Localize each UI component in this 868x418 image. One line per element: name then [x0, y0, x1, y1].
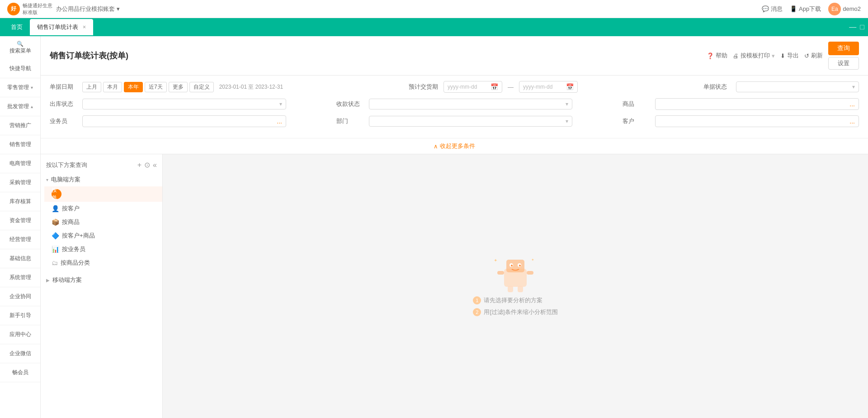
customer-ellipsis-icon[interactable]: ...: [849, 118, 855, 125]
by-customer-goods-icon: 🔷: [52, 232, 59, 239]
sidebar-item-sales[interactable]: 销售管理: [0, 135, 40, 154]
custom-btn[interactable]: 自定义: [189, 82, 214, 92]
bill-status-select[interactable]: ▾: [736, 81, 859, 92]
sidebar-item-retail[interactable]: 零售管理 ▾: [0, 78, 40, 97]
sidebar-item-search[interactable]: 🔍 搜索菜单: [0, 36, 40, 59]
empty-illustration: ✦ ✦: [493, 253, 538, 289]
ship-status-label: 出库状态: [50, 100, 77, 108]
ship-status-select[interactable]: ▾: [82, 99, 286, 109]
window-minimize-icon[interactable]: —: [849, 23, 856, 31]
help-button[interactable]: ❓ 帮助: [707, 52, 727, 60]
app-download-button[interactable]: 📱 App下载: [790, 5, 821, 13]
sidebar-item-wechat[interactable]: 企业微信: [0, 344, 40, 363]
collapse-button[interactable]: ∧ 收起更多条件: [434, 142, 475, 150]
tab-bar-right: — □: [849, 23, 864, 31]
sidebar-item-basic[interactable]: 基础信息: [0, 249, 40, 268]
hint-item-1: 1 请先选择要分析的方案: [473, 296, 557, 304]
by-goods-icon: 📦: [52, 218, 59, 226]
export-icon: ⬇: [780, 52, 785, 59]
expected-date-start-input[interactable]: yyyy-mm-dd 📅: [443, 81, 502, 93]
dept-select[interactable]: ▾: [369, 116, 573, 127]
goods-ellipsis-icon[interactable]: ...: [849, 100, 855, 108]
svg-point-5: [519, 265, 521, 266]
goods-input[interactable]: ...: [655, 98, 859, 110]
by-order-circle: 按单: [52, 189, 61, 199]
sidebar-item-finance[interactable]: 资金管理: [0, 211, 40, 230]
by-category-icon: 🗂: [52, 259, 58, 266]
main-layout: 🔍 搜索菜单 快捷导航 零售管理 ▾ 批发管理 ▴ 营销推广 销售管理 电商管理…: [0, 36, 868, 418]
hint-text-1: 请先选择要分析的方案: [484, 296, 542, 304]
tab-close-icon[interactable]: ×: [83, 24, 86, 30]
print-dropdown-icon: ▾: [772, 52, 775, 59]
collapse-panel-icon[interactable]: «: [153, 161, 157, 169]
tree-item-by-order[interactable]: 按单: [44, 186, 162, 202]
page-title: 销售订单统计表(按单): [50, 50, 128, 61]
tree-item-by-goods[interactable]: 📦 按商品: [44, 215, 162, 229]
tree-parent-mobile: ▶ 移动端方案: [41, 273, 162, 287]
prev-month-btn[interactable]: 上月: [82, 82, 101, 92]
sidebar-item-system[interactable]: 系统管理: [0, 268, 40, 287]
calendar-start-icon: 📅: [491, 83, 498, 90]
tree-item-by-category[interactable]: 🗂 按商品分类: [44, 256, 162, 270]
settings-scheme-icon[interactable]: ⊙: [144, 161, 150, 169]
right-content: ✦ ✦ 1 请先选择要分析的方案 2 用[过滤]条件来缩小分析范围: [163, 154, 868, 418]
sidebar-item-purchase[interactable]: 采购管理: [0, 173, 40, 192]
ship-status-chevron-icon: ▾: [279, 101, 282, 107]
date-label: 单据日期: [50, 83, 77, 91]
expected-date-end-input[interactable]: yyyy-mm-dd 📅: [519, 81, 578, 93]
refresh-button[interactable]: ↺ 刷新: [804, 52, 823, 60]
left-panel: 按以下方案查询 + ⊙ « ▾ 电脑端方案: [41, 154, 163, 418]
content-area: 销售订单统计表(按单) ❓ 帮助 🖨 按模板打印 ▾ ⬇ 导出: [41, 36, 868, 418]
tab-home[interactable]: 首页: [4, 19, 30, 35]
left-panel-header: 按以下方案查询 + ⊙ «: [41, 159, 162, 173]
query-button[interactable]: 查询: [828, 42, 859, 55]
sidebar-item-marketing[interactable]: 营销推广: [0, 116, 40, 135]
tree-parent-desktop: ▾ 电脑端方案: [41, 173, 162, 186]
message-icon: 💬: [762, 5, 769, 12]
by-customer-icon: 👤: [52, 205, 59, 212]
window-maximize-icon[interactable]: □: [860, 23, 864, 31]
tree-item-by-salesperson[interactable]: 📊 按业务员: [44, 242, 162, 256]
print-button[interactable]: 🖨 按模板打印 ▾: [733, 52, 775, 60]
add-scheme-icon[interactable]: +: [137, 161, 142, 169]
this-year-btn[interactable]: 本年: [124, 82, 143, 92]
sidebar-item-newbie[interactable]: 新手引导: [0, 306, 40, 325]
setup-button[interactable]: 设置: [828, 57, 859, 70]
salesperson-ellipsis-icon[interactable]: ...: [277, 118, 282, 125]
left-panel-header-actions: + ⊙ «: [137, 161, 157, 169]
hint-text-2: 用[过滤]条件来缩小分析范围: [484, 308, 557, 316]
pay-status-label: 收款状态: [336, 100, 363, 108]
sidebar-item-inventory[interactable]: 库存核算: [0, 192, 40, 211]
pay-status-select[interactable]: ▾: [369, 99, 573, 109]
filter-row-status: 出库状态 ▾ 收款状态 ▾ 商品: [50, 98, 859, 110]
by-salesperson-icon: 📊: [52, 246, 59, 253]
cur-month-btn[interactable]: 本月: [103, 82, 122, 92]
message-button[interactable]: 💬 消息: [762, 5, 783, 13]
main-content: 销售订单统计表(按单) ❓ 帮助 🖨 按模板打印 ▾ ⬇ 导出: [41, 36, 868, 418]
tab-bar: 首页 销售订单统计表 × — □: [0, 18, 868, 36]
sidebar-item-enterprise[interactable]: 企业协同: [0, 287, 40, 306]
sidebar-item-member[interactable]: 畅会员: [0, 363, 40, 382]
customer-input[interactable]: ...: [655, 115, 859, 127]
tree-item-by-customer-goods[interactable]: 🔷 按客户+商品: [44, 229, 162, 242]
left-panel-title: 按以下方案查询: [46, 161, 87, 169]
salesperson-input[interactable]: ...: [82, 115, 286, 127]
bill-status-label: 单据状态: [703, 83, 731, 91]
tree-item-by-customer[interactable]: 👤 按客户: [44, 202, 162, 215]
salesperson-label: 业务员: [50, 117, 77, 125]
sidebar-item-operations[interactable]: 经营管理: [0, 230, 40, 249]
sidebar-item-wholesale[interactable]: 批发管理 ▴: [0, 97, 40, 116]
7days-btn[interactable]: 近7天: [145, 82, 167, 92]
sidebar-item-quick-nav[interactable]: 快捷导航: [0, 59, 40, 78]
more-btn[interactable]: 更多: [169, 82, 188, 92]
date-separator: —: [508, 84, 514, 90]
sidebar-item-ecommerce[interactable]: 电商管理: [0, 154, 40, 173]
avatar: Ea: [828, 3, 841, 15]
sidebar-item-apps[interactable]: 应用中心: [0, 325, 40, 344]
user-menu[interactable]: Ea demo2: [828, 3, 861, 15]
breadcrumb-select[interactable]: 办公用品行业模拟账套 ▾: [56, 5, 120, 13]
svg-point-4: [511, 265, 513, 266]
export-button[interactable]: ⬇ 导出: [780, 52, 799, 60]
tab-sales-report[interactable]: 销售订单统计表 ×: [30, 19, 93, 35]
breadcrumb-arrow-icon: ▾: [117, 5, 120, 12]
